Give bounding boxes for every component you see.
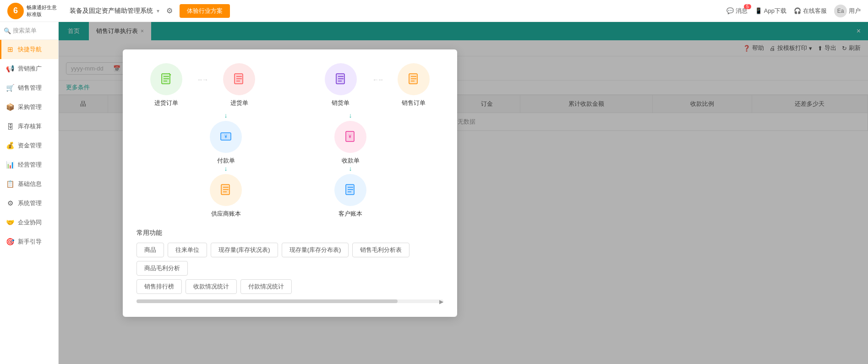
down-arrow-supplier: ↓ bbox=[224, 165, 228, 172]
flow-row-1: 进货订单 - - → 进货单 bbox=[136, 63, 443, 107]
avatar: Ea bbox=[834, 5, 847, 17]
top-bar: 6 畅康通好生意 标准版 装备及固定资产辅助管理系统 ▾ ⚙ 体验行业方案 💬 … bbox=[0, 0, 868, 22]
sidebar-item-marketing[interactable]: 📢 营销推广 bbox=[0, 59, 58, 78]
app-download-item[interactable]: 📱 App下载 bbox=[755, 7, 786, 15]
receipt-slip-label: 收款单 bbox=[342, 157, 360, 165]
down-arrow-receipt: ↓ bbox=[349, 112, 352, 119]
svg-text:¥: ¥ bbox=[224, 134, 227, 139]
receipt-slip-circle: ¥ bbox=[334, 121, 366, 153]
user-item[interactable]: Ea 用户 bbox=[834, 5, 861, 17]
message-icon: 💬 bbox=[726, 7, 734, 14]
scrollbar-thumb bbox=[136, 299, 398, 303]
flow-col-purchase-order: 进货订单 bbox=[136, 63, 196, 107]
logo-icon: 6 bbox=[7, 3, 24, 19]
sales-order-node[interactable]: 销售订单 bbox=[384, 63, 443, 107]
sales-invoice-node[interactable]: 销货单 bbox=[311, 63, 371, 107]
flow-section: 进货订单 - - → 进货单 bbox=[136, 63, 443, 218]
sidebar-item-sales[interactable]: 🛒 销售管理 bbox=[0, 78, 58, 98]
quick-nav-icon: ⊞ bbox=[6, 45, 14, 54]
customer-ledger-circle bbox=[334, 174, 366, 206]
sidebar-item-quick-nav[interactable]: ⊞ 快捷导航 bbox=[0, 40, 58, 59]
gear-icon[interactable]: ⚙ bbox=[163, 5, 176, 17]
sidebar-item-operation[interactable]: 📊 经营管理 bbox=[0, 155, 58, 174]
finance-icon: 💰 bbox=[6, 141, 14, 150]
down-arrow-customer: ↓ bbox=[349, 165, 352, 172]
purchase-icon: 📦 bbox=[6, 103, 14, 111]
common-btn-sales-gross[interactable]: 销售毛利分析表 bbox=[352, 243, 409, 257]
common-btns-row1: 商品 往来单位 现存量(库存状况表) 现存量(库存分布表) 销售毛利分析表 商品… bbox=[136, 243, 443, 276]
flow-col-payment: ↓ ¥ 付款单 bbox=[196, 112, 256, 165]
message-badge: 5 bbox=[744, 4, 751, 9]
system-arrow-icon[interactable]: ▾ bbox=[157, 8, 159, 14]
message-item[interactable]: 💬 消息 5 bbox=[726, 7, 748, 15]
sidebar-item-inventory[interactable]: 🗄 库存核算 bbox=[0, 117, 58, 136]
down-arrow-payment: ↓ bbox=[224, 112, 228, 119]
sidebar-search[interactable]: 🔍 搜索菜单 bbox=[0, 22, 58, 40]
online-service-item[interactable]: 🎧 在线客服 bbox=[794, 7, 827, 15]
common-btn-stock-status[interactable]: 现存量(库存状况表) bbox=[211, 243, 278, 257]
common-btns-row2: 销售排行榜 收款情况统计 付款情况统计 bbox=[136, 279, 443, 294]
sidebar: 🔍 搜索菜单 ⊞ 快捷导航 📢 营销推广 🛒 销售管理 📦 采购管理 bbox=[0, 22, 59, 364]
receipt-slip-node[interactable]: ¥ 收款单 bbox=[321, 121, 380, 165]
scroll-right-icon[interactable]: ▶ bbox=[439, 299, 443, 305]
supplier-ledger-label: 供应商账本 bbox=[211, 210, 241, 218]
sidebar-item-basic-info[interactable]: 📋 基础信息 bbox=[0, 174, 58, 194]
customer-ledger-node[interactable]: 客户账本 bbox=[321, 174, 380, 218]
purchase-order-label: 进货订单 bbox=[154, 99, 178, 107]
supplier-ledger-node[interactable]: 供应商账本 bbox=[196, 174, 256, 218]
flow-col-sales-order: 销售订单 bbox=[384, 63, 443, 107]
purchase-order-node[interactable]: 进货订单 bbox=[136, 63, 196, 107]
system-icon: ⚙ bbox=[6, 199, 14, 207]
flow-col-customer-ledger: ↓ 客户账本 bbox=[321, 165, 380, 218]
sales-icon: 🛒 bbox=[6, 84, 14, 92]
system-name: 装备及固定资产辅助管理系统 bbox=[70, 7, 153, 15]
sidebar-item-newbie[interactable]: 🎯 新手引导 bbox=[0, 232, 58, 251]
main-area: 🔍 搜索菜单 ⊞ 快捷导航 📢 营销推广 🛒 销售管理 📦 采购管理 bbox=[0, 22, 868, 364]
sidebar-item-system[interactable]: ⚙ 系统管理 bbox=[0, 194, 58, 213]
sales-invoice-circle bbox=[325, 63, 357, 95]
quick-nav-modal: 进货订单 - - → 进货单 bbox=[123, 49, 457, 317]
inventory-icon: 🗄 bbox=[6, 122, 14, 130]
app-download-icon: 📱 bbox=[755, 7, 762, 14]
flow-col-purchase-receipt: 进货单 bbox=[209, 63, 269, 107]
sidebar-item-enterprise[interactable]: 🤝 企业协同 bbox=[0, 213, 58, 232]
sidebar-item-finance[interactable]: 💰 资金管理 bbox=[0, 136, 58, 155]
payment-slip-circle: ¥ bbox=[210, 121, 242, 153]
system-area: 装备及固定资产辅助管理系统 ▾ ⚙ 体验行业方案 bbox=[70, 4, 230, 18]
experience-button[interactable]: 体验行业方案 bbox=[180, 4, 230, 18]
modal-overlay[interactable]: 进货订单 - - → 进货单 bbox=[59, 22, 868, 364]
svg-text:¥: ¥ bbox=[348, 134, 351, 139]
marketing-icon: 📢 bbox=[6, 65, 14, 73]
customer-ledger-label: 客户账本 bbox=[338, 210, 362, 218]
flow-col-sales-invoice: 销货单 bbox=[311, 63, 371, 107]
operation-icon: 📊 bbox=[6, 161, 14, 169]
common-btn-goods-gross[interactable]: 商品毛利分析 bbox=[136, 261, 188, 276]
common-btn-receipt-stats[interactable]: 收款情况统计 bbox=[186, 279, 237, 294]
newbie-icon: 🎯 bbox=[6, 238, 14, 246]
sales-order-label: 销售订单 bbox=[402, 99, 426, 107]
common-btn-payment-stats[interactable]: 付款情况统计 bbox=[240, 279, 292, 294]
payment-slip-node[interactable]: ¥ 付款单 bbox=[196, 121, 256, 165]
sales-invoice-label: 销货单 bbox=[332, 99, 349, 107]
common-functions-section: 常用功能 商品 往来单位 现存量(库存状况表) 现存量(库存分布表) 销售毛利分… bbox=[136, 229, 443, 294]
flow-col-receipt: ↓ ¥ 收款单 bbox=[321, 112, 380, 165]
common-btn-partner[interactable]: 往来单位 bbox=[168, 243, 207, 257]
purchase-receipt-node[interactable]: 进货单 bbox=[209, 63, 269, 107]
logo-area: 6 畅康通好生意 标准版 bbox=[7, 3, 66, 19]
supplier-ledger-circle bbox=[210, 174, 242, 206]
common-btn-goods[interactable]: 商品 bbox=[136, 243, 164, 257]
sidebar-item-purchase[interactable]: 📦 采购管理 bbox=[0, 98, 58, 117]
logo-text: 畅康通好生意 标准版 bbox=[27, 4, 57, 17]
arrow-purchase-to-receipt: - - → bbox=[198, 76, 207, 83]
modal-scrollbar[interactable]: ▶ bbox=[136, 299, 443, 303]
top-bar-right: 💬 消息 5 📱 App下载 🎧 在线客服 Ea 用户 bbox=[726, 5, 861, 17]
common-btn-sales-rank[interactable]: 销售排行榜 bbox=[136, 279, 182, 294]
search-icon: 🔍 bbox=[4, 27, 11, 34]
headset-icon: 🎧 bbox=[794, 7, 801, 14]
flow-row-3-outer: ↓ 供应商账本 ↓ bbox=[136, 165, 443, 218]
common-btn-stock-dist[interactable]: 现存量(库存分布表) bbox=[282, 243, 349, 257]
purchase-receipt-label: 进货单 bbox=[230, 99, 248, 107]
purchase-order-circle bbox=[150, 63, 182, 95]
common-functions-title: 常用功能 bbox=[136, 229, 443, 237]
app-container: 6 畅康通好生意 标准版 装备及固定资产辅助管理系统 ▾ ⚙ 体验行业方案 💬 … bbox=[0, 0, 868, 364]
